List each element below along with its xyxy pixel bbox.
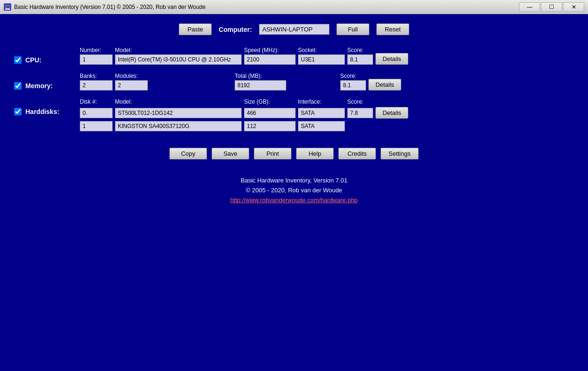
cpu-speed-group: Speed (MHz): bbox=[244, 47, 296, 65]
disk1-num-input[interactable] bbox=[80, 121, 113, 131]
memory-details-button[interactable]: Details bbox=[368, 79, 401, 91]
cpu-label: CPU: bbox=[25, 56, 41, 64]
cpu-details-button[interactable]: Details bbox=[375, 53, 408, 65]
cpu-socket-label: Socket: bbox=[298, 47, 345, 53]
cpu-number-input[interactable] bbox=[80, 54, 113, 65]
window-title: Basic Hardware Inventory (Version 7.01) … bbox=[14, 4, 206, 10]
harddisk-size-label: Size (GB): bbox=[244, 98, 296, 105]
full-button[interactable]: Full bbox=[336, 23, 369, 35]
cpu-speed-label: Speed (MHz): bbox=[244, 47, 296, 53]
cpu-model-label: Model: bbox=[115, 47, 242, 53]
memory-headers: Banks: Modules: Total (MB): Score: bbox=[80, 73, 574, 91]
minimize-button[interactable]: — bbox=[519, 2, 540, 12]
computer-label: Computer: bbox=[219, 26, 252, 33]
cpu-score-input[interactable] bbox=[347, 54, 373, 65]
memory-checkbox[interactable] bbox=[14, 82, 22, 90]
footer-link[interactable]: http://www.robvanderwoude.com/hardware.p… bbox=[14, 196, 574, 205]
memory-modules-group: Modules: bbox=[115, 73, 148, 91]
memory-total-label: Total (MB): bbox=[235, 73, 286, 79]
table-row bbox=[80, 121, 574, 131]
cpu-socket-input[interactable] bbox=[298, 54, 345, 65]
cpu-number-label: Number: bbox=[80, 47, 113, 53]
memory-check-group: Memory: bbox=[14, 73, 75, 90]
app-content: Paste Computer: Full Reset CPU: Number: bbox=[0, 14, 588, 371]
disk0-num-input[interactable] bbox=[80, 108, 113, 118]
maximize-button[interactable]: ☐ bbox=[541, 2, 562, 12]
app-icon: 💻 bbox=[4, 3, 11, 11]
memory-banks-input[interactable] bbox=[80, 80, 113, 91]
memory-score-group: Score: bbox=[340, 73, 366, 91]
harddisk-interface-label: Interface: bbox=[298, 98, 345, 105]
main-window: 💻 Basic Hardware Inventory (Version 7.01… bbox=[0, 0, 588, 371]
reset-button[interactable]: Reset bbox=[376, 23, 409, 35]
harddisk-score-label: Score: bbox=[347, 98, 364, 105]
memory-total-group: Total (MB): bbox=[235, 73, 286, 91]
footer: Basic Hardware Inventory, Version 7.01 ©… bbox=[14, 176, 574, 205]
title-controls: — ☐ ✕ bbox=[519, 2, 584, 12]
harddisk-rows: Details bbox=[80, 107, 574, 131]
memory-label: Memory: bbox=[25, 82, 53, 90]
harddisk-disknum-label: Disk #: bbox=[80, 98, 113, 105]
cpu-checkbox[interactable] bbox=[14, 56, 22, 64]
settings-button[interactable]: Settings bbox=[381, 148, 419, 159]
help-button[interactable]: Help bbox=[296, 148, 334, 159]
harddisks-section: Harddisks: Disk #: Model: Size (GB): bbox=[14, 98, 574, 131]
harddisks-check-group: Harddisks: bbox=[14, 98, 75, 115]
cpu-check-group: CPU: bbox=[14, 47, 75, 64]
harddisks-details-button[interactable]: Details bbox=[375, 107, 408, 119]
credits-button[interactable]: Credits bbox=[338, 148, 376, 159]
harddisks-label: Harddisks: bbox=[25, 108, 59, 115]
table-row: Details bbox=[80, 107, 574, 119]
disk1-interface-input[interactable] bbox=[298, 121, 345, 131]
memory-modules-input[interactable] bbox=[115, 80, 148, 91]
print-button[interactable]: Print bbox=[254, 148, 291, 159]
disk1-size-input[interactable] bbox=[244, 121, 296, 131]
title-bar: 💻 Basic Hardware Inventory (Version 7.01… bbox=[0, 0, 588, 14]
cpu-model-input[interactable] bbox=[115, 54, 242, 65]
memory-banks-group: Banks: bbox=[80, 73, 113, 91]
title-bar-left: 💻 Basic Hardware Inventory (Version 7.01… bbox=[4, 3, 206, 11]
disk1-model-input[interactable] bbox=[115, 121, 242, 131]
cpu-score-label: Score: bbox=[347, 47, 373, 53]
footer-line1: Basic Hardware Inventory, Version 7.01 bbox=[14, 176, 574, 186]
memory-banks-label: Banks: bbox=[80, 73, 113, 79]
memory-modules-label: Modules: bbox=[115, 73, 148, 79]
harddisks-checkbox[interactable] bbox=[14, 108, 22, 115]
footer-line2: © 2005 - 2020, Rob van der Woude bbox=[14, 186, 574, 196]
harddisks-fields: Disk #: Model: Size (GB): Interface: Sco bbox=[80, 98, 574, 131]
top-bar: Paste Computer: Full Reset bbox=[14, 23, 574, 35]
harddisk-disknum-header: Disk #: bbox=[80, 98, 113, 105]
memory-total-input[interactable] bbox=[235, 80, 286, 91]
cpu-section: CPU: Number: Model: Speed (MHz): bbox=[14, 47, 574, 66]
harddisk-model-label: Model: bbox=[115, 98, 242, 105]
cpu-speed-input[interactable] bbox=[244, 54, 296, 65]
main-content: CPU: Number: Model: Speed (MHz): bbox=[14, 47, 574, 205]
harddisk-score-header: Score: bbox=[347, 98, 364, 105]
harddisk-size-header: Size (GB): bbox=[244, 98, 296, 105]
cpu-headers: Number: Model: Speed (MHz): Socket: bbox=[80, 47, 574, 65]
cpu-fields: Number: Model: Speed (MHz): Socket: bbox=[80, 47, 574, 66]
harddisk-interface-header: Interface: bbox=[298, 98, 345, 105]
memory-score-input[interactable] bbox=[340, 80, 366, 91]
memory-fields: Banks: Modules: Total (MB): Score: bbox=[80, 73, 574, 91]
memory-score-label: Score: bbox=[340, 73, 366, 79]
paste-button[interactable]: Paste bbox=[179, 23, 212, 35]
cpu-model-group: Model: bbox=[115, 47, 242, 65]
close-button[interactable]: ✕ bbox=[563, 2, 584, 12]
disk0-interface-input[interactable] bbox=[298, 108, 345, 118]
cpu-socket-group: Socket: bbox=[298, 47, 345, 65]
disk0-score-input[interactable] bbox=[347, 108, 373, 118]
cpu-score-group: Score: bbox=[347, 47, 373, 65]
cpu-number-group: Number: bbox=[80, 47, 113, 65]
disk0-model-input[interactable] bbox=[115, 108, 242, 118]
save-button[interactable]: Save bbox=[212, 148, 249, 159]
copy-button[interactable]: Copy bbox=[169, 148, 207, 159]
bottom-bar: Copy Save Print Help Credits Settings bbox=[14, 148, 574, 159]
harddisk-model-header: Model: bbox=[115, 98, 242, 105]
computer-input[interactable] bbox=[259, 24, 329, 35]
memory-section: Memory: Banks: Modules: Total (MB) bbox=[14, 73, 574, 91]
harddisks-header-row: Disk #: Model: Size (GB): Interface: Sco bbox=[80, 98, 574, 105]
disk0-size-input[interactable] bbox=[244, 108, 296, 118]
